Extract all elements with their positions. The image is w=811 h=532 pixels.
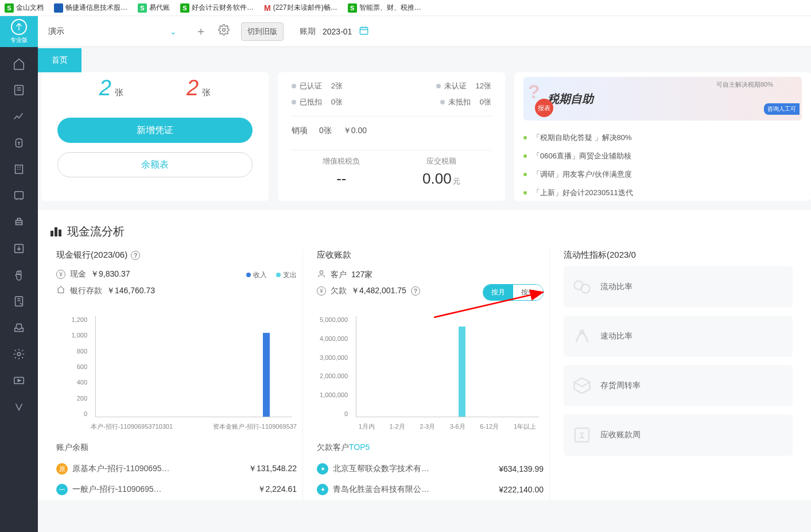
top-actions: ＋ 切到旧版 xyxy=(187,22,292,41)
bookmark-item[interactable]: S易代账 xyxy=(138,3,170,13)
org-selector[interactable]: 演示 ⌄ xyxy=(38,26,187,37)
switch-version-button[interactable]: 切到旧版 xyxy=(241,22,284,41)
period-label: 账期 xyxy=(300,26,316,37)
nav-inbox[interactable] xyxy=(0,314,38,341)
tax-card: 已认证 2张 未认证 12张 已抵扣 0张 未抵扣 0张 销项 0张 ￥0.00 xyxy=(278,72,505,201)
liquidity-item[interactable]: 流动比率 xyxy=(564,266,793,308)
news-list: 「税期自助化答疑 」解决80%「0606直播」商贸企业辅助核「调研」用友客户/伙… xyxy=(523,129,802,201)
bookmark-item[interactable]: S金山文档 xyxy=(5,3,44,13)
svg-point-14 xyxy=(581,285,590,293)
customer-row[interactable]: ✦北京互帮联众数字技术有…¥634,139.99 xyxy=(317,459,544,479)
nav-print[interactable] xyxy=(0,209,38,235)
bookmark-icon xyxy=(54,3,63,13)
help-icon[interactable]: ? xyxy=(411,286,420,296)
add-voucher-button[interactable]: 新增凭证 xyxy=(57,118,253,143)
period-value: 2023-01 xyxy=(323,27,352,36)
rank-icon: ✦ xyxy=(317,463,328,475)
bullet-icon xyxy=(523,191,527,195)
badge-report: 报表 xyxy=(535,99,553,117)
bookmark-item[interactable]: S智能票、财、税推… xyxy=(348,3,421,13)
nav-hand[interactable] xyxy=(0,262,38,288)
nav-video[interactable] xyxy=(0,367,38,394)
news-item[interactable]: 「税期自助化答疑 」解决80% xyxy=(523,129,802,147)
cash-bank-panel: 现金银行(2023/06) ? ¥ 现金 ￥9,830.37 银行存款 ￥146… xyxy=(51,250,303,500)
bookmark-item[interactable]: 畅捷通信息技术股… xyxy=(54,3,127,13)
chevron-down-icon: ⌄ xyxy=(170,27,177,36)
news-item[interactable]: 「上新」好会计20230511迭代 xyxy=(523,184,802,201)
liquidity-item[interactable]: 应收账款周 xyxy=(564,414,793,456)
voucher-count-2: 2 xyxy=(187,76,199,100)
liquidity-icon xyxy=(572,375,592,396)
logo-text: 专业版 xyxy=(10,36,28,44)
nav-report[interactable] xyxy=(0,103,38,130)
bookmark-icon: S xyxy=(138,3,147,13)
account-balance-title: 账户余额 xyxy=(56,431,297,459)
add-icon[interactable]: ＋ xyxy=(195,24,207,39)
nav-voucher[interactable] xyxy=(0,77,38,103)
svg-rect-7 xyxy=(15,297,23,306)
house-icon xyxy=(56,285,65,296)
liquidity-item[interactable]: 存货周转率 xyxy=(564,365,793,406)
balance-sheet-button[interactable]: 余额表 xyxy=(57,152,253,177)
bookmarks-bar: S金山文档畅捷通信息技术股…S易代账S好会计云财务软件…M(227封未读邮件)畅… xyxy=(0,0,811,16)
nav-settings[interactable] xyxy=(0,341,38,367)
badge-consult: 咨询人工可 xyxy=(764,103,800,115)
logo-icon xyxy=(11,19,27,35)
bookmark-icon: M xyxy=(264,3,271,13)
account-row[interactable]: 原原基本户-招行-11090695…￥131,548.22 xyxy=(56,459,297,479)
period-toggle: 按月 按年 xyxy=(483,284,544,301)
svg-rect-4 xyxy=(15,192,24,199)
svg-point-0 xyxy=(223,29,226,32)
news-item[interactable]: 「调研」用友客户/伙伴满意度 xyxy=(523,165,802,184)
liquidity-icon xyxy=(572,277,592,297)
nav-v[interactable] xyxy=(0,394,38,420)
nav-money[interactable] xyxy=(0,130,38,156)
help-icon[interactable]: ? xyxy=(131,251,140,260)
svg-rect-1 xyxy=(360,28,368,34)
bookmark-icon: S xyxy=(180,3,189,13)
liquidity-icon xyxy=(572,425,592,445)
yen-icon: ¥ xyxy=(317,286,326,296)
account-row[interactable]: 一一般户-招行-11090695…￥2,224.61 xyxy=(56,479,297,500)
content-area: 首页 2张 2张 新增凭证 余额表 已认证 2张 xyxy=(38,47,811,532)
promo-card: ? 税期自助 可自主解决税期80% 报表 咨询人工可 「税期自助化答疑 」解决8… xyxy=(514,72,811,201)
toggle-year[interactable]: 按年 xyxy=(513,285,543,300)
app-top-bar: 专业版 演示 ⌄ ＋ 切到旧版 账期 2023-01 xyxy=(0,16,811,47)
nav-invoice[interactable] xyxy=(0,182,38,209)
nav-download[interactable] xyxy=(0,235,38,262)
tab-home[interactable]: 首页 xyxy=(38,48,82,72)
toggle-month[interactable]: 按月 xyxy=(483,285,513,300)
bookmark-item[interactable]: S好会计云财务软件… xyxy=(180,3,254,13)
nav-building[interactable] xyxy=(0,156,38,182)
voucher-count-1: 2 xyxy=(99,76,111,100)
calendar-icon xyxy=(359,25,369,37)
bookmark-item[interactable]: M(227封未读邮件)畅… xyxy=(264,3,337,13)
org-name: 演示 xyxy=(48,26,64,37)
bullet-icon xyxy=(523,173,527,176)
bar-chart-icon xyxy=(51,227,61,236)
customer-row[interactable]: ✦青岛化胜蓝合科技有限公…¥222,140.00 xyxy=(317,479,544,500)
gear-icon[interactable] xyxy=(218,24,230,38)
tabs: 首页 xyxy=(38,47,811,72)
nav-receipt[interactable] xyxy=(0,288,38,314)
bullet-icon xyxy=(523,136,527,139)
receivable-panel: 应收账款 客户 127家 ¥ 欠款 ￥4,482,001.75 ? xyxy=(303,250,550,500)
receivable-chart: 5,000,0004,000,0003,000,0002,000,0001,00… xyxy=(317,316,544,431)
svg-point-8 xyxy=(17,352,21,356)
liquidity-icon xyxy=(572,326,592,347)
bookmark-icon: S xyxy=(5,3,14,13)
bullet-icon xyxy=(523,154,527,158)
bookmark-icon: S xyxy=(348,3,357,13)
person-icon xyxy=(317,269,326,280)
news-item[interactable]: 「0606直播」商贸企业辅助核 xyxy=(523,147,802,165)
svg-rect-3 xyxy=(15,165,23,174)
app-logo: 专业版 xyxy=(0,16,38,47)
liquidity-item[interactable]: 速动比率 xyxy=(564,316,793,357)
sidebar-nav xyxy=(0,47,38,532)
liquidity-panel: 流动性指标(2023/0 流动比率速动比率存货周转率应收账款周 xyxy=(550,250,798,500)
period-selector[interactable]: 账期 2023-01 xyxy=(300,25,369,37)
question-icon: ? xyxy=(528,80,540,103)
nav-home[interactable] xyxy=(0,51,38,77)
promo-banner[interactable]: ? 税期自助 可自主解决税期80% 报表 咨询人工可 xyxy=(523,77,802,121)
cash-chart: 1,2001,0008006004002000 本户-招行-1109069537… xyxy=(56,316,297,431)
